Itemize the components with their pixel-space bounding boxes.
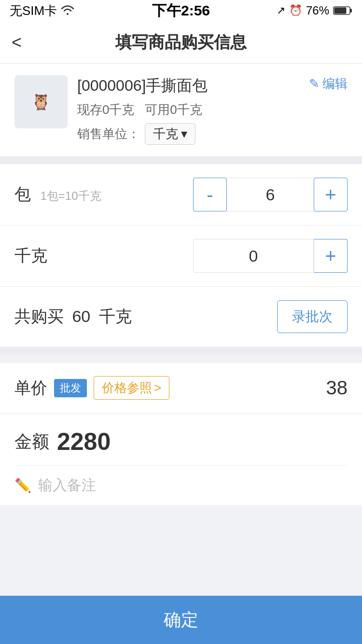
kilogram-input[interactable]: [193, 239, 314, 273]
total-row: 共购买 60 千克 录批次: [0, 287, 362, 347]
confirm-button[interactable]: 确定: [0, 596, 362, 644]
total-amount: 60: [72, 307, 90, 325]
amount-section: 金额 2280 ✏️ 输入备注: [0, 414, 362, 505]
package-input[interactable]: [227, 178, 314, 211]
product-stock: 现存0千克 可用0千克: [77, 101, 299, 118]
separator-1: [0, 156, 362, 164]
total-text: 共购买 60 千克: [14, 306, 132, 328]
status-right: ↗ ⏰ 76%: [277, 4, 352, 17]
unit-select[interactable]: 千克 ▾: [145, 123, 195, 145]
amount-row: 金额 2280: [14, 428, 348, 466]
svg-rect-1: [350, 9, 352, 13]
location-icon: ↗: [277, 4, 285, 17]
product-unit-row: 销售单位： 千克 ▾: [77, 123, 299, 145]
chevron-right-icon: >: [154, 380, 161, 395]
package-row: 包 1包=10千克 - +: [0, 164, 362, 225]
price-label: 单价: [14, 377, 47, 399]
product-card: 🦉 [0000006]手撕面包 现存0千克 可用0千克 销售单位： 千克 ▾ ✎…: [0, 64, 362, 156]
edit-button[interactable]: ✎ 编辑: [309, 75, 348, 92]
product-image: 🦉: [14, 75, 68, 128]
price-ref-button[interactable]: 价格参照 >: [94, 376, 169, 400]
status-left: 无SIM卡: [10, 2, 74, 19]
package-hint: 1包=10千克: [40, 189, 101, 202]
back-button[interactable]: <: [12, 32, 22, 53]
product-info: [0000006]手撕面包 现存0千克 可用0千克 销售单位： 千克 ▾: [77, 75, 299, 145]
product-logo: 🦉: [31, 93, 51, 111]
batch-button[interactable]: 录批次: [277, 300, 348, 333]
separator-2: [0, 347, 362, 354]
page-title: 填写商品购买信息: [115, 31, 247, 54]
input-section: 包 1包=10千克 - + 千克 +: [0, 164, 362, 287]
package-increment-button[interactable]: +: [314, 178, 348, 211]
kilogram-row: 千克 +: [0, 225, 362, 287]
battery-icon: [333, 6, 352, 15]
amount-value: 2280: [57, 428, 111, 456]
svg-rect-2: [334, 8, 347, 14]
price-value: 38: [326, 377, 348, 399]
wifi-icon: [61, 3, 74, 18]
amount-label: 金额: [14, 430, 49, 454]
alarm-icon: ⏰: [289, 4, 302, 17]
chevron-down-icon: ▾: [181, 126, 187, 141]
price-left: 单价 批发 价格参照 >: [14, 376, 169, 400]
kilogram-increment-button[interactable]: +: [314, 239, 348, 273]
product-name: [0000006]手撕面包: [77, 75, 299, 97]
edit-icon: ✎: [309, 76, 320, 91]
pencil-icon: ✏️: [14, 477, 31, 493]
package-quantity-control: - +: [193, 178, 348, 211]
carrier-text: 无SIM卡: [10, 2, 57, 19]
price-section: 单价 批发 价格参照 > 38: [0, 362, 362, 413]
price-type-tag: 批发: [54, 379, 87, 397]
package-decrement-button[interactable]: -: [193, 178, 227, 211]
battery-text: 76%: [306, 4, 329, 17]
status-bar: 无SIM卡 下午2:56 ↗ ⏰ 76%: [0, 0, 362, 21]
status-time: 下午2:56: [152, 1, 210, 21]
nav-bar: < 填写商品购买信息: [0, 21, 362, 64]
package-label: 包 1包=10千克: [14, 183, 193, 206]
kilogram-label: 千克: [14, 245, 193, 267]
remark-placeholder: 输入备注: [38, 476, 96, 495]
remark-row[interactable]: ✏️ 输入备注: [14, 466, 348, 505]
kilogram-quantity-control: +: [193, 239, 348, 273]
